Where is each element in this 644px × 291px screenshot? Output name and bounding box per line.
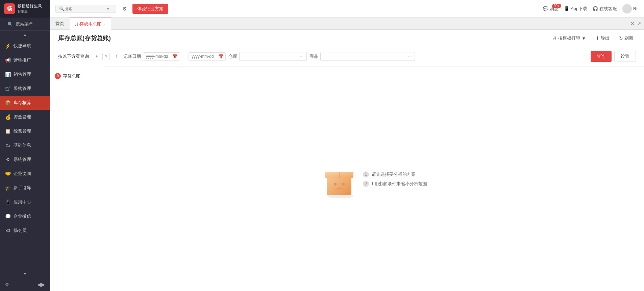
collapse-icon[interactable]: ◀▶ bbox=[37, 282, 45, 288]
svg-point-5 bbox=[342, 183, 345, 186]
app-download-label: App下载 bbox=[571, 6, 587, 12]
date-field-label: 记账日期 bbox=[123, 53, 141, 59]
tab-home[interactable]: 首页 bbox=[50, 18, 70, 30]
sidebar-item-apps[interactable]: 📱 应用中心 bbox=[0, 195, 50, 209]
sidebar-item-basic[interactable]: 🗂 基础信息 bbox=[0, 138, 50, 152]
sidebar-item-sales[interactable]: 📊 销售管理 bbox=[0, 67, 50, 81]
user-avatar-btn[interactable]: Rit bbox=[622, 4, 639, 14]
tab-inventory-ledger-label: 库存成本总账 bbox=[75, 21, 101, 27]
industry-btn[interactable]: 体验行业方案 bbox=[132, 4, 168, 14]
sidebar-search[interactable]: 🔍 搜索菜单 bbox=[0, 18, 50, 31]
apps-icon: 📱 bbox=[5, 199, 11, 205]
app-download-icon: 📱 bbox=[564, 6, 569, 11]
refresh-btn[interactable]: ↻ 刷新 bbox=[616, 34, 636, 43]
settings-button[interactable]: 设置 bbox=[614, 51, 636, 62]
print-label: 按模板打印 bbox=[558, 35, 580, 41]
sidebar-item-operation[interactable]: 📋 经营管理 bbox=[0, 124, 50, 138]
query-button[interactable]: 查询 bbox=[591, 51, 612, 62]
sidebar-item-system[interactable]: ⚙ 系统管理 bbox=[0, 152, 50, 167]
sidebar-item-guide[interactable]: 🎓 新手引导 bbox=[0, 181, 50, 195]
topbar-right: 💬 消息 99+ 📱 App下载 🎧 在线客服 Rit bbox=[543, 4, 639, 14]
content-header-actions: 🖨 按模板打印 ▼ ⬇ 导出 ↻ 刷新 bbox=[549, 34, 636, 43]
warehouse-select[interactable]: ··· bbox=[239, 52, 307, 61]
tabs-bar: 首页 库存成本总账 × ✕ ⤢ bbox=[50, 18, 644, 30]
goods-label: 商品 bbox=[309, 53, 318, 59]
sidebar-item-label: 新手引导 bbox=[14, 185, 31, 191]
filter-row: 记账日期 📅 — 📅 仓库 ··· bbox=[123, 52, 587, 61]
quick-nav-icon: ⚡ bbox=[5, 43, 11, 49]
filter-collapse-btn[interactable]: 《 bbox=[112, 53, 119, 60]
sidebar-item-label: 资金管理 bbox=[14, 114, 31, 120]
sidebar-item-label: 系统管理 bbox=[14, 156, 31, 163]
filter-add-btn[interactable]: + bbox=[93, 53, 100, 60]
app-download-btn[interactable]: 📱 App下载 bbox=[564, 6, 587, 12]
page-title: 库存总账(存货总账) bbox=[58, 34, 111, 42]
topbar-gear-btn[interactable]: ⚙ bbox=[120, 4, 129, 14]
goods-more-icon[interactable]: ··· bbox=[408, 54, 412, 59]
print-chevron-icon: ▼ bbox=[581, 36, 586, 41]
date-separator: — bbox=[182, 54, 187, 59]
date-start-input[interactable]: 📅 bbox=[143, 52, 180, 60]
date-start-field[interactable] bbox=[146, 54, 171, 59]
sidebar-footer: ⚙ ◀▶ bbox=[0, 278, 50, 291]
search-icon: 🔍 bbox=[7, 22, 13, 27]
topbar-search-box[interactable]: 🔍 ▼ bbox=[55, 5, 116, 13]
warehouse-filter-group: 仓库 ··· bbox=[228, 52, 307, 61]
sidebar-item-member[interactable]: 🏷 畅会员 bbox=[0, 223, 50, 238]
empty-illustration bbox=[321, 162, 355, 196]
filter-delete-btn[interactable]: × bbox=[102, 53, 110, 60]
inventory-icon: 📦 bbox=[5, 100, 11, 106]
tab-inventory-ledger[interactable]: 库存成本总账 × bbox=[70, 18, 111, 30]
calendar-start-icon[interactable]: 📅 bbox=[173, 54, 178, 59]
empty-content: 1 请先选择要分析的方案 2 用[过滤]条件来缩小分析范围 bbox=[321, 162, 427, 196]
online-service-btn[interactable]: 🎧 在线客服 bbox=[593, 6, 617, 12]
scheme-item-inventory-ledger[interactable]: 存 存货总账 bbox=[50, 70, 104, 82]
user-name: Rit bbox=[633, 6, 639, 11]
sidebar-item-label: 畅会员 bbox=[14, 227, 27, 234]
content-body: 存 存货总账 bbox=[50, 66, 644, 291]
export-btn[interactable]: ⬇ 导出 bbox=[593, 34, 612, 43]
sidebar-item-finance[interactable]: 💰 资金管理 bbox=[0, 110, 50, 124]
settings-icon[interactable]: ⚙ bbox=[5, 282, 9, 288]
topbar: 🔍 ▼ ⚙ 体验行业方案 💬 消息 99+ 📱 App下载 🎧 在线客服 Rit bbox=[50, 0, 644, 18]
filter-bar: 按以下方案查询 + × 《 记账日期 📅 — 📅 bbox=[50, 47, 644, 66]
sidebar-item-label: 库存核算 bbox=[14, 100, 31, 106]
date-end-field[interactable] bbox=[192, 54, 217, 59]
sidebar-item-label: 营销推广 bbox=[14, 57, 31, 63]
user-avatar bbox=[622, 4, 632, 14]
svg-rect-1 bbox=[327, 176, 351, 195]
warehouse-more-icon[interactable]: ··· bbox=[300, 54, 304, 59]
content-header: 库存总账(存货总账) 🖨 按模板打印 ▼ ⬇ 导出 ↻ 刷新 bbox=[50, 30, 644, 47]
online-service-icon: 🎧 bbox=[593, 6, 598, 11]
hint-num-1: 1 bbox=[363, 171, 369, 177]
sidebar-item-inventory[interactable]: 📦 库存核算 bbox=[0, 96, 50, 110]
system-icon: ⚙ bbox=[5, 156, 11, 163]
sidebar-scroll-up[interactable]: ▲ bbox=[0, 31, 50, 39]
warehouse-label: 仓库 bbox=[228, 53, 237, 59]
print-btn[interactable]: 🖨 按模板打印 ▼ bbox=[549, 34, 589, 43]
sidebar-item-purchase[interactable]: 🛒 采购管理 bbox=[0, 81, 50, 96]
date-end-input[interactable]: 📅 bbox=[189, 52, 226, 60]
sidebar-item-wechat[interactable]: 💬 企业微信 bbox=[0, 209, 50, 223]
sidebar-item-label: 经营管理 bbox=[14, 128, 31, 134]
left-panel: 存 存货总账 bbox=[50, 66, 104, 291]
purchase-icon: 🛒 bbox=[5, 86, 11, 92]
sidebar-item-marketing[interactable]: 📢 营销推广 bbox=[0, 53, 50, 67]
goods-select[interactable]: ··· bbox=[320, 52, 415, 61]
tab-panel-close-btn[interactable]: ✕ bbox=[630, 21, 635, 27]
empty-hint-2: 2 用[过滤]条件来缩小分析范围 bbox=[363, 181, 427, 187]
sidebar-scroll-down[interactable]: ▼ bbox=[0, 270, 50, 278]
tab-close-btn[interactable]: × bbox=[103, 22, 105, 26]
calendar-end-icon[interactable]: 📅 bbox=[218, 54, 223, 59]
empty-hint-texts: 1 请先选择要分析的方案 2 用[过滤]条件来缩小分析范围 bbox=[363, 171, 427, 187]
topbar-search-input[interactable] bbox=[64, 6, 105, 11]
hint-text-2: 用[过滤]条件来缩小分析范围 bbox=[372, 181, 427, 187]
sidebar-item-quick-nav[interactable]: ⚡ 快捷导航 bbox=[0, 39, 50, 53]
tab-panel-resize-btn[interactable]: ⤢ bbox=[637, 21, 641, 27]
hint-num-2: 2 bbox=[363, 181, 369, 187]
sidebar-item-enterprise[interactable]: 🤝 企业协同 bbox=[0, 167, 50, 181]
messages-btn[interactable]: 💬 消息 99+ bbox=[543, 6, 559, 12]
filter-buttons: 查询 设置 bbox=[591, 51, 636, 62]
finance-icon: 💰 bbox=[5, 114, 11, 120]
empty-state-area: 1 请先选择要分析的方案 2 用[过滤]条件来缩小分析范围 bbox=[104, 67, 644, 291]
